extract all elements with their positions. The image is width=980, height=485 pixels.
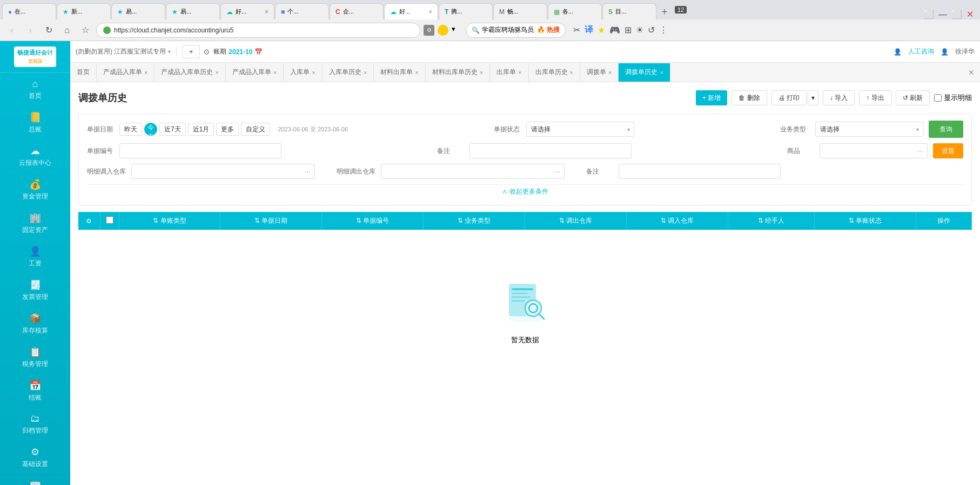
page-tab-mat-out[interactable]: 材料出库单 × bbox=[374, 63, 425, 82]
sidebar-item-invoice[interactable]: 🧾 发票管理 bbox=[0, 274, 70, 307]
th-status[interactable]: ⇅ 单账状态 bbox=[815, 212, 916, 230]
page-tab-transfer[interactable]: 调拨单 × bbox=[580, 63, 619, 82]
game-icon[interactable]: 🎮 bbox=[609, 25, 620, 35]
page-tab-out[interactable]: 出库单 × bbox=[490, 63, 528, 82]
page-tab-transfer-close[interactable]: × bbox=[608, 69, 612, 76]
th-no[interactable]: ⇅ 单据编号 bbox=[322, 212, 424, 230]
customer-service-text[interactable]: 人工咨询 bbox=[908, 47, 934, 56]
sidebar-item-tax[interactable]: 📋 税务管理 bbox=[0, 341, 70, 374]
browser-tab-7[interactable]: C 企... bbox=[330, 3, 384, 19]
browser-tab-4[interactable]: ★ 易... bbox=[166, 3, 220, 19]
th-biz-type[interactable]: ⇅ 业务类型 bbox=[424, 212, 525, 230]
page-tab-in-hist[interactable]: 入库单历史 × bbox=[323, 63, 374, 82]
th-checkbox[interactable] bbox=[100, 212, 119, 230]
home-button[interactable]: ⌂ bbox=[59, 23, 75, 38]
browser-tab-3[interactable]: ★ 易... bbox=[111, 3, 165, 19]
sidebar-item-inventory[interactable]: 📦 库存核算 bbox=[0, 307, 70, 341]
translate-icon[interactable]: 译 bbox=[585, 24, 593, 36]
th-handler[interactable]: ⇅ 经手人 bbox=[728, 212, 815, 230]
status-select-wrap[interactable]: 请选择 bbox=[526, 122, 634, 137]
page-tab-product-in2[interactable]: 产成品入库单 × bbox=[226, 63, 284, 82]
print-dropdown[interactable]: 🖨 打印 ▾ bbox=[771, 90, 818, 105]
table-settings-icon[interactable]: ⚙ bbox=[86, 217, 92, 225]
browser-tab-12[interactable]: S 目... bbox=[602, 3, 656, 19]
date-btn-yesterday[interactable]: 昨天 bbox=[119, 123, 142, 136]
sidebar-item-close[interactable]: 📅 结账 bbox=[0, 374, 70, 408]
th-in-wh[interactable]: ⇅ 调入仓库 bbox=[626, 212, 728, 230]
new-tab-button[interactable]: + bbox=[657, 4, 672, 19]
doc-no-input[interactable] bbox=[119, 143, 281, 158]
status-select[interactable]: 请选择 bbox=[526, 122, 634, 137]
export-button[interactable]: ↑ 导出 bbox=[859, 90, 891, 105]
lightning-icon[interactable]: ⚡ bbox=[438, 25, 448, 36]
date-btn-more[interactable]: 更多 bbox=[216, 123, 239, 136]
th-date[interactable]: ⇅ 单据日期 bbox=[220, 212, 322, 230]
page-tab-product-in[interactable]: 产成品入库单 × bbox=[97, 63, 155, 82]
refresh-button[interactable]: ↻ bbox=[41, 23, 56, 38]
print-dropdown-arrow[interactable]: ▾ bbox=[808, 90, 818, 105]
scissors-icon[interactable]: ✂ bbox=[573, 25, 580, 35]
th-settings[interactable]: ⚙ bbox=[78, 212, 100, 230]
grid-icon[interactable]: ⊞ bbox=[625, 25, 632, 35]
bookmark-button[interactable]: ☆ bbox=[78, 23, 93, 38]
new-button[interactable]: + 新增 bbox=[696, 90, 727, 105]
restore-icon[interactable]: ⬜ bbox=[923, 9, 934, 19]
settings-company-icon[interactable]: ⚙ bbox=[203, 48, 210, 56]
page-tab-in-hist-close[interactable]: × bbox=[364, 69, 367, 76]
page-tab-product-in-close[interactable]: × bbox=[144, 69, 147, 76]
biz-type-select[interactable]: 请选择 bbox=[815, 122, 923, 137]
sidebar-item-assets[interactable]: 🏢 固定资产 bbox=[0, 207, 70, 240]
date-btn-today[interactable]: 今天 bbox=[144, 123, 157, 136]
th-type[interactable]: ⇅ 单账类型 bbox=[119, 212, 220, 230]
browser-tab-5[interactable]: ☁ 好... × bbox=[220, 3, 274, 19]
sidebar-item-ledger[interactable]: 📒 总账 bbox=[0, 106, 70, 139]
th-out-wh[interactable]: ⇅ 调出仓库 bbox=[525, 212, 627, 230]
sidebar-item-reports[interactable]: ☁ 云报表中心 bbox=[0, 139, 70, 173]
maximize-icon[interactable]: ⬜ bbox=[951, 9, 962, 19]
browser-tab-11[interactable]: ▦ 各... bbox=[548, 3, 602, 19]
extension-icon2[interactable]: ★ bbox=[598, 25, 605, 35]
remark2-input[interactable] bbox=[619, 164, 781, 179]
biz-type-select-wrap[interactable]: 请选择 bbox=[815, 122, 923, 137]
sidebar-item-capital[interactable]: 💰 资金管理 bbox=[0, 173, 70, 207]
date-btn-custom[interactable]: 自定义 bbox=[241, 123, 270, 136]
sidebar-item-payroll[interactable]: 👤 工资 bbox=[0, 240, 70, 274]
browser-tab-9[interactable]: T 腾... bbox=[439, 3, 493, 19]
tabs-close-all[interactable]: ✕ bbox=[963, 68, 980, 77]
refresh-button-action[interactable]: ↺ 刷新 bbox=[896, 90, 930, 105]
date-btn-1month[interactable]: 近1月 bbox=[188, 123, 214, 136]
sidebar-item-guide[interactable]: 📖 新手引导 bbox=[0, 474, 70, 485]
detail-out-input[interactable] bbox=[381, 164, 565, 179]
detail-in-more-btn[interactable]: ··· bbox=[302, 167, 313, 176]
date-btn-7days[interactable]: 近7天 bbox=[159, 123, 186, 136]
extensions-icon[interactable]: ⚙ bbox=[424, 25, 434, 36]
detail-in-input[interactable] bbox=[131, 164, 315, 179]
page-tab-out-hist-close[interactable]: × bbox=[570, 69, 573, 76]
checkbox-all[interactable] bbox=[106, 216, 113, 224]
browser-tab-6[interactable]: ■ 个... bbox=[275, 3, 329, 19]
browser-tab-8[interactable]: ☁ 好... × bbox=[384, 3, 438, 19]
page-tab-home[interactable]: 首页 bbox=[70, 63, 97, 82]
settings-button[interactable]: 设置 bbox=[933, 143, 963, 158]
company-dropdown-icon[interactable]: ▾ bbox=[168, 49, 171, 55]
undo-icon[interactable]: ↺ bbox=[648, 25, 655, 35]
company-selector[interactable]: (勿删勿篡用) 江西服宝测试专用 ▾ bbox=[76, 47, 177, 56]
show-toggle-checkbox[interactable] bbox=[934, 94, 942, 102]
page-tab-mat-out-close[interactable]: × bbox=[415, 69, 418, 76]
minimize-icon[interactable]: — bbox=[938, 10, 947, 19]
page-tab-product-in-hist[interactable]: 产成品入库单历史 × bbox=[155, 63, 225, 82]
detail-out-more-btn[interactable]: ··· bbox=[552, 167, 562, 176]
page-tab-out-hist[interactable]: 出库单历史 × bbox=[529, 63, 580, 82]
sidebar-item-home[interactable]: ⌂ 首页 bbox=[0, 73, 70, 106]
page-tab-out-close[interactable]: × bbox=[518, 69, 521, 76]
browser-tab-1[interactable]: ● 在... bbox=[2, 3, 56, 19]
page-tab-in[interactable]: 入库单 × bbox=[284, 63, 322, 82]
print-button[interactable]: 🖨 打印 bbox=[771, 90, 807, 105]
page-tab-product-in2-close[interactable]: × bbox=[273, 69, 277, 76]
sidebar-item-settings[interactable]: ⚙ 基础设置 bbox=[0, 441, 70, 474]
sun-icon[interactable]: ☀ bbox=[636, 25, 643, 35]
goods-more-btn[interactable]: ··· bbox=[915, 147, 925, 155]
remark-input[interactable] bbox=[469, 143, 632, 158]
delete-button[interactable]: 🗑 删除 bbox=[731, 90, 767, 105]
page-tab-transfer-hist-close[interactable]: × bbox=[660, 69, 663, 76]
